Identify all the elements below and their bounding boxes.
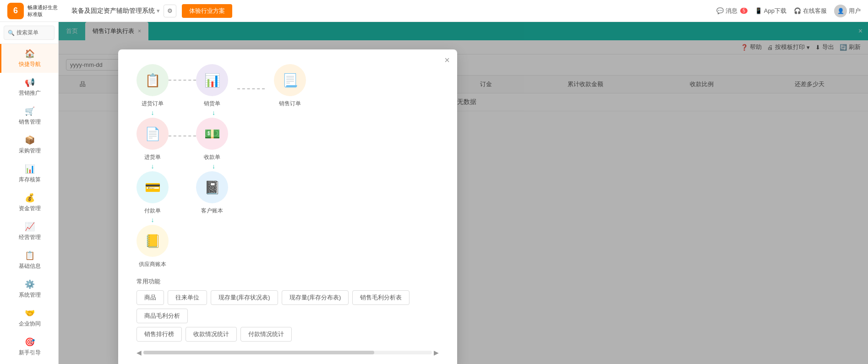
sales-bill-icon: 📊 (204, 73, 220, 88)
enterprise-icon: 🤝 (25, 308, 35, 318)
dropdown-arrow-icon[interactable]: ▾ (157, 7, 160, 14)
arrow-down-sales-bill: ↓ (212, 109, 215, 116)
message-icon: 💬 (716, 7, 724, 14)
payment-bill-node[interactable]: 💳 付款单 (136, 171, 169, 215)
func-btn-receipt-stat[interactable]: 收款情况统计 (186, 327, 237, 342)
common-functions-section: 常用功能 商品 往来单位 现存量(库存状况表) 现存量(库存分布表) 销售毛利分… (136, 277, 439, 342)
receipt-bill-node[interactable]: 💵 收款单 (196, 118, 228, 161)
customer-ledger-node[interactable]: 📓 客户账本 (196, 171, 228, 215)
scroll-track[interactable] (143, 351, 432, 354)
logo-area: 6 畅康通好生意 标准版 (7, 3, 66, 19)
func-btn-product[interactable]: 商品 (136, 290, 164, 305)
scroll-left-arrow[interactable]: ◀ (136, 349, 142, 356)
supplier-ledger-node[interactable]: 📒 供应商账本 (136, 225, 169, 268)
finance-icon: 💰 (25, 193, 35, 203)
modal-scrollbar[interactable]: ◀ ▶ (136, 349, 439, 356)
home-icon: 🏠 (25, 49, 35, 59)
sidebar-item-purchase[interactable]: 📦 采购管理 (0, 130, 58, 159)
customer-ledger-circle: 📓 (196, 171, 228, 203)
customer-ledger-icon: 📓 (204, 180, 220, 195)
message-badge: 5 (740, 8, 748, 14)
purchase-order-node[interactable]: 📋 进货订单 (136, 64, 169, 108)
purchase-order-icon: 📋 (145, 73, 161, 88)
marketing-icon: 📢 (25, 77, 35, 87)
supplier-ledger-icon: 📒 (145, 234, 161, 249)
app-download-button[interactable]: 📱 App下载 (755, 7, 786, 15)
sales-bill-node[interactable]: 📊 销货单 (196, 64, 228, 108)
sidebar-item-marketing[interactable]: 📢 营销推广 (0, 73, 58, 102)
sales-icon: 🛒 (25, 106, 35, 116)
func-btn-partner[interactable]: 往来单位 (168, 290, 207, 305)
sidebar-search[interactable]: 🔍 搜索菜单 (0, 22, 58, 44)
system-icon: ⚙️ (25, 279, 35, 289)
sidebar-item-enterprise[interactable]: 🤝 企业协同 (0, 304, 58, 332)
h-dash-between (237, 88, 265, 89)
purchase-icon: 📦 (25, 135, 35, 145)
receipt-bill-label: 收款单 (204, 153, 220, 161)
operation-icon: 📈 (25, 222, 35, 232)
sidebar-item-quick-nav[interactable]: 🏠 快捷导航 (0, 44, 58, 73)
sales-order-icon: 📃 (282, 73, 298, 88)
sales-order-node[interactable]: 📃 销售订单 (274, 64, 306, 108)
left-flow-col: 📋 进货订单 ↓ 📄 进货单 ↓ 💳 付款单 (136, 64, 169, 268)
flow-diagram: 📋 进货订单 ↓ 📄 进货单 ↓ 💳 付款单 (136, 64, 439, 268)
func-btn-stock-status[interactable]: 现存量(库存状况表) (211, 290, 278, 305)
sidebar-item-sales[interactable]: 🛒 销售管理 (0, 102, 58, 130)
common-functions-title: 常用功能 (136, 277, 439, 286)
sales-bill-circle: 📊 (196, 64, 228, 96)
trial-button[interactable]: 体验行业方案 (182, 4, 232, 18)
purchase-bill-node[interactable]: 📄 进货单 (136, 118, 169, 161)
online-service-button[interactable]: 🎧 在线客服 (794, 7, 827, 15)
arrow-down-3: ↓ (151, 217, 154, 223)
sidebar-item-finance[interactable]: 💰 资金管理 (0, 188, 58, 217)
flow-modal: × 📋 进货订单 ↓ 📄 进货单 ↓ (118, 49, 457, 364)
sales-order-label: 销售订单 (279, 100, 301, 108)
h-dash-arrow-1 (169, 80, 196, 81)
sidebar-item-basic-info[interactable]: 📋 基础信息 (0, 246, 58, 275)
message-button[interactable]: 💬 消息 5 (716, 7, 748, 15)
func-btn-product-profit[interactable]: 商品毛利分析 (136, 309, 188, 323)
supplier-ledger-circle: 📒 (136, 225, 169, 257)
top-right-row: 📊 销货单 📃 销售订单 (196, 64, 306, 108)
sidebar-item-inventory[interactable]: 📊 库存核算 (0, 159, 58, 188)
phone-icon: 📱 (755, 7, 762, 14)
h-arrow-col (169, 64, 196, 136)
supplier-ledger-label: 供应商账本 (139, 261, 166, 268)
sidebar-item-operation[interactable]: 📈 经营管理 (0, 217, 58, 246)
arrow-down-receipt: ↓ (212, 163, 215, 169)
arrow-down-1: ↓ (151, 109, 154, 116)
purchase-order-label: 进货订单 (142, 100, 164, 108)
receipt-bill-icon: 💵 (204, 126, 220, 141)
sidebar: 🔍 搜索菜单 🏠 快捷导航 📢 营销推广 🛒 销售管理 📦 采购管理 (0, 22, 59, 364)
h-dash-arrow-2 (169, 136, 196, 136)
func-btn-stock-dist[interactable]: 现存量(库存分布表) (282, 290, 349, 305)
right-flow-col: 📊 销货单 📃 销售订单 ↓ 💵 (196, 64, 306, 215)
sales-order-circle: 📃 (274, 64, 306, 96)
scroll-right-arrow[interactable]: ▶ (434, 349, 439, 356)
avatar: 👤 (834, 5, 847, 17)
modal-close-button[interactable]: × (444, 55, 450, 65)
sidebar-item-system[interactable]: ⚙️ 系统管理 (0, 275, 58, 304)
user-menu[interactable]: 👤 用户 (834, 5, 861, 17)
func-btn-sales-profit[interactable]: 销售毛利分析表 (352, 290, 409, 305)
purchase-bill-label: 进货单 (144, 153, 161, 161)
headset-icon: 🎧 (794, 7, 801, 14)
guide-icon: 🎯 (25, 337, 35, 347)
func-btn-sales-ranking[interactable]: 销售排行榜 (136, 327, 182, 342)
inventory-icon: 📊 (25, 164, 35, 174)
logo-text: 畅康通好生意 标准版 (27, 4, 58, 17)
func-btn-payment-stat[interactable]: 付款情况统计 (240, 327, 292, 342)
payment-bill-circle: 💳 (136, 171, 169, 203)
top-right-area: 💬 消息 5 📱 App下载 🎧 在线客服 👤 用户 (716, 5, 861, 17)
logo-icon: 6 (7, 3, 24, 19)
purchase-bill-icon: 📄 (145, 126, 161, 141)
arrow-down-2: ↓ (151, 163, 154, 169)
scroll-thumb (143, 351, 374, 354)
basic-info-icon: 📋 (25, 250, 35, 261)
sidebar-item-guide[interactable]: 🎯 新手引导 (0, 332, 58, 361)
system-title: 装备及固定资产辅助管理系统 (71, 7, 155, 15)
search-menu-button[interactable]: 🔍 搜索菜单 (4, 26, 55, 40)
settings-icon[interactable]: ⚙ (164, 5, 176, 17)
sales-bill-label: 销货单 (204, 100, 220, 108)
modal-overlay[interactable]: × 📋 进货订单 ↓ 📄 进货单 ↓ (59, 22, 868, 364)
